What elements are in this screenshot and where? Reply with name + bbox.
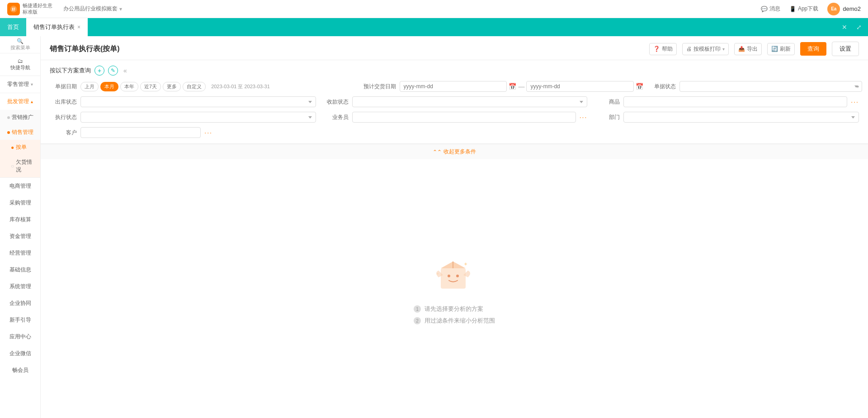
date-range-text: 2023-03-01 至 2023-03-31 xyxy=(211,83,270,90)
customer-input[interactable] xyxy=(80,127,201,138)
sidebar-item-retail[interactable]: 零售管理 ▾ xyxy=(0,76,40,93)
sidebar: 🔍 搜索菜单 零售管理 🗂 快捷导航 零售管理 ▾ 批发管理 ▴ xyxy=(0,36,41,418)
sidebar-item-arrears[interactable]: ○ 欠货情况 xyxy=(0,155,40,177)
app-icon: 📱 xyxy=(789,6,796,12)
page-title: 销售订单执行表(按单) xyxy=(50,44,120,54)
date-quick-buttons: 上月 本月 本年 近7天 更多 自定义 xyxy=(80,82,206,91)
refresh-button[interactable]: 🔄 刷新 xyxy=(767,43,795,55)
tab-home[interactable]: 首页 xyxy=(0,18,26,36)
edit-scheme-button[interactable]: ✎ xyxy=(108,66,118,76)
sidebar-item-quick-nav[interactable]: 零售管理 🗂 快捷导航 xyxy=(0,53,40,76)
app-download-button[interactable]: 📱 App下载 xyxy=(789,5,818,13)
breadcrumb-chevron-icon: ▾ xyxy=(119,6,122,12)
date-last-7days-button[interactable]: 近7天 xyxy=(140,82,161,91)
date-more-button[interactable]: 更多 xyxy=(163,82,181,91)
sidebar-search-button[interactable]: 🔍 搜索菜单 xyxy=(0,36,40,53)
date-last-month-button[interactable]: 上月 xyxy=(80,82,99,91)
page-actions: ❓ 帮助 🖨 按模板打印 ▾ 📤 导出 🔄 刷新 查询 设置 xyxy=(649,42,859,56)
svg-rect-2 xyxy=(441,268,466,289)
filter-group-department: 部门 xyxy=(593,112,859,123)
sidebar-item-weixin[interactable]: 企业微信 xyxy=(0,345,40,362)
execution-status-select[interactable] xyxy=(80,112,316,123)
by-order-icon: ● xyxy=(11,144,14,151)
add-scheme-button[interactable]: + xyxy=(94,66,104,76)
warehouse-status-select[interactable] xyxy=(80,96,316,107)
execution-status-label: 执行状态 xyxy=(50,114,77,121)
help-icon: ❓ xyxy=(653,46,660,52)
export-icon: 📤 xyxy=(738,46,745,52)
filter-row-3: 执行状态 业务员 ··· 部门 xyxy=(50,112,859,123)
sidebar-item-enterprise[interactable]: 企业协同 xyxy=(0,295,40,312)
collapse-chevron-up-icon: ⌃⌃ xyxy=(433,149,442,155)
svg-point-6 xyxy=(456,275,459,277)
filter-group-collection-status: 收款状态 xyxy=(321,96,588,107)
date-custom-button[interactable]: 自定义 xyxy=(183,82,206,91)
main-layout: 🔍 搜索菜单 零售管理 🗂 快捷导航 零售管理 ▾ 批发管理 ▴ xyxy=(0,36,868,418)
refresh-icon: 🔄 xyxy=(771,46,778,52)
department-select[interactable] xyxy=(623,112,859,123)
collapse-more-button[interactable]: ⌃⌃ 收起更多条件 xyxy=(41,144,868,159)
goods-input[interactable] xyxy=(623,96,847,107)
collapse-sidebar-button[interactable]: « xyxy=(122,66,129,75)
page-header: 销售订单执行表(按单) ❓ 帮助 🖨 按模板打印 ▾ 📤 导出 🔄 刷新 xyxy=(41,36,868,60)
filter-row-4: 客户 ··· xyxy=(50,127,859,138)
customer-more-icon[interactable]: ··· xyxy=(204,129,212,136)
logo-text: 畅捷通好生意 标准版 xyxy=(23,3,52,14)
sidebar-item-inventory[interactable]: 库存核算 xyxy=(0,211,40,228)
settings-button[interactable]: 设置 xyxy=(832,42,859,56)
help-button[interactable]: ❓ 帮助 xyxy=(649,43,677,55)
tab-close-icon[interactable]: × xyxy=(77,24,80,30)
date-this-year-button[interactable]: 本年 xyxy=(120,82,138,91)
window-maximize-icon[interactable]: ⤢ xyxy=(854,23,864,32)
svg-point-5 xyxy=(448,275,450,277)
doc-status-select[interactable] xyxy=(679,81,862,92)
sidebar-item-appstore[interactable]: 应用中心 xyxy=(0,328,40,345)
empty-tip-1: 1 请先选择要分析的方案 xyxy=(414,305,495,313)
message-icon: 💬 xyxy=(761,6,768,12)
sidebar-item-system[interactable]: 系统管理 xyxy=(0,278,40,295)
filter-group-goods: 商品 ··· xyxy=(593,96,859,107)
logo-icon: 好 xyxy=(7,3,20,15)
sidebar-sales-submenu: ● 按单 ○ 欠货情况 xyxy=(0,140,40,177)
user-info[interactable]: Ea demo2 xyxy=(827,3,861,15)
calendar-from-icon[interactable]: 📅 xyxy=(509,83,516,90)
sidebar-item-newbie[interactable]: 新手引导 xyxy=(0,312,40,328)
message-button[interactable]: 💬 消息 xyxy=(761,5,780,13)
collection-status-select[interactable] xyxy=(352,96,588,107)
sidebar-item-sales-management[interactable]: 销售管理 xyxy=(0,125,40,140)
svg-text:✦: ✦ xyxy=(463,261,468,267)
export-button[interactable]: 📤 导出 xyxy=(734,43,762,55)
filter-group-warehouse-status: 出库状态 xyxy=(50,96,316,107)
avatar: Ea xyxy=(827,3,840,15)
collection-status-label: 收款状态 xyxy=(321,98,349,106)
active-dot-icon xyxy=(7,131,10,134)
top-header: 好 畅捷通好生意 标准版 办公用品行业模拟账套 ▾ 💬 消息 📱 App下载 E… xyxy=(0,0,868,18)
breadcrumb[interactable]: 办公用品行业模拟账套 ▾ xyxy=(63,5,122,13)
sidebar-item-by-order[interactable]: ● 按单 xyxy=(0,140,40,155)
sidebar-item-finance[interactable]: 资金管理 xyxy=(0,228,40,245)
sidebar-item-purchase[interactable]: 采购管理 xyxy=(0,195,40,211)
date-label: 单据日期 xyxy=(50,83,77,90)
expected-date-from-input[interactable] xyxy=(400,81,507,92)
sidebar-item-basic[interactable]: 基础信息 xyxy=(0,261,40,278)
data-area: ✦ ✦ 1 请先选择要分析的方案 2 用过滤条件来缩小分析范围 xyxy=(41,159,868,418)
salesman-input[interactable] xyxy=(352,112,576,123)
date-this-month-button[interactable]: 本月 xyxy=(100,82,118,91)
query-button[interactable]: 查询 xyxy=(800,42,826,56)
tip-number-1: 1 xyxy=(414,305,421,313)
sidebar-item-ecommerce[interactable]: 电商管理 xyxy=(0,178,40,195)
calendar-to-icon[interactable]: 📅 xyxy=(636,83,643,90)
goods-more-icon[interactable]: ··· xyxy=(851,98,859,105)
expected-date-to-input[interactable] xyxy=(526,81,634,92)
sidebar-quick-nav-section: 零售管理 🗂 快捷导航 xyxy=(0,53,40,76)
sidebar-item-operation[interactable]: 经营管理 xyxy=(0,245,40,261)
window-close-icon[interactable]: ✕ xyxy=(839,23,850,32)
print-chevron-icon: ▾ xyxy=(722,47,725,52)
empty-tips: 1 请先选择要分析的方案 2 用过滤条件来缩小分析范围 xyxy=(414,305,495,325)
salesman-more-icon[interactable]: ··· xyxy=(580,114,588,121)
tab-sales-order[interactable]: 销售订单执行表 × xyxy=(26,18,88,36)
sidebar-item-member[interactable]: 畅会员 xyxy=(0,362,40,379)
sidebar-item-marketing[interactable]: 营销推广 xyxy=(0,110,40,125)
sidebar-item-wholesale[interactable]: 批发管理 ▴ xyxy=(0,93,40,110)
template-print-button[interactable]: 🖨 按模板打印 ▾ xyxy=(682,43,729,55)
